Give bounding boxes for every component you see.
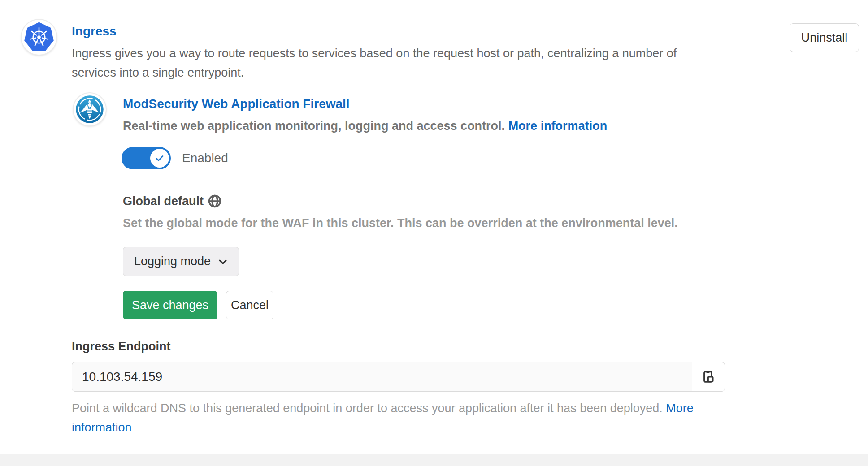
ingress-endpoint-input[interactable] — [72, 362, 692, 392]
modsecurity-subtitle-text: Real-time web application monitoring, lo… — [123, 119, 505, 133]
global-default-help-text: Set the global mode for the WAF in this … — [123, 216, 751, 231]
ingress-title-link[interactable]: Ingress — [72, 24, 117, 39]
global-default-text: Global default — [123, 194, 204, 209]
endpoint-help-body: Point a wildcard DNS to this generated e… — [72, 401, 663, 415]
modsecurity-subtitle: Real-time web application monitoring, lo… — [123, 118, 607, 134]
save-changes-button[interactable]: Save changes — [123, 291, 217, 319]
modsecurity-more-information-link[interactable]: More information — [508, 119, 608, 133]
modsecurity-title-link[interactable]: ModSecurity Web Application Firewall — [123, 97, 350, 111]
cancel-button[interactable]: Cancel — [226, 291, 273, 319]
ingress-endpoint-group — [72, 362, 725, 392]
modsecurity-enable-toggle[interactable] — [122, 147, 171, 169]
ingress-description: Ingress gives you a way to route request… — [72, 44, 708, 82]
chevron-down-icon — [218, 257, 228, 267]
globe-icon — [208, 194, 221, 208]
page-bottom-strip — [0, 454, 868, 466]
ingress-endpoint-help-text: Point a wildcard DNS to this generated e… — [72, 399, 729, 437]
ingress-endpoint-label: Ingress Endpoint — [72, 339, 171, 354]
uninstall-button[interactable]: Uninstall — [790, 23, 859, 52]
toggle-state-label: Enabled — [182, 147, 228, 169]
global-default-label: Global default — [123, 194, 221, 209]
checkmark-icon — [154, 153, 165, 164]
waf-mode-selected-value: Logging mode — [134, 255, 211, 268]
toggle-knob — [150, 149, 169, 168]
copy-endpoint-button[interactable] — [692, 362, 725, 392]
ingress-application-panel: Ingress Ingress gives you a way to route… — [6, 6, 863, 454]
clipboard-copy-icon — [701, 370, 716, 384]
kubernetes-icon — [22, 20, 56, 55]
waf-mode-dropdown[interactable]: Logging mode — [123, 247, 239, 276]
modsecurity-icon — [74, 93, 106, 125]
